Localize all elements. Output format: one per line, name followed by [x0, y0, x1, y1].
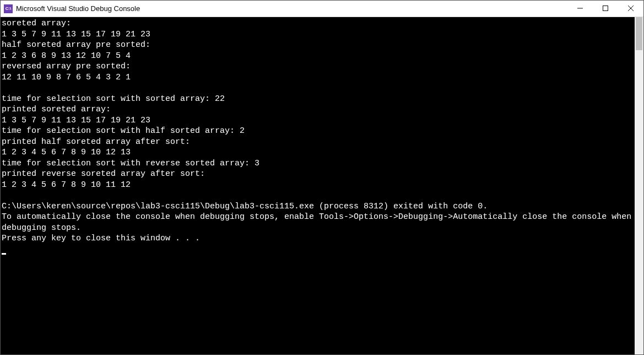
close-icon	[628, 4, 634, 13]
console-line: time for selection sort with reverse sor…	[2, 158, 635, 169]
console-line: printed reverse soreted array after sort…	[2, 169, 635, 180]
titlebar[interactable]: C:\ Microsoft Visual Studio Debug Consol…	[1, 1, 643, 17]
console-line: soreted array:	[2, 18, 635, 29]
console-line: 1 2 3 4 5 6 7 8 9 10 12 13	[2, 147, 635, 158]
console-line: half soreted array pre sorted:	[2, 40, 635, 51]
console-line: 1 2 3 6 8 9 13 12 10 7 5 4	[2, 51, 635, 62]
window-controls	[567, 1, 643, 17]
minimize-button[interactable]	[567, 1, 593, 17]
console-line: printed soreted array:	[2, 104, 635, 115]
console-line	[2, 83, 635, 94]
vertical-scrollbar[interactable]	[635, 17, 643, 354]
maximize-button[interactable]	[593, 1, 618, 17]
window-title: Microsoft Visual Studio Debug Console	[16, 4, 567, 13]
window-frame: C:\ Microsoft Visual Studio Debug Consol…	[0, 0, 644, 355]
console-line: time for selection sort with half sorted…	[2, 126, 635, 137]
console-line	[2, 190, 635, 201]
svg-rect-1	[603, 6, 608, 11]
close-button[interactable]	[618, 1, 643, 17]
console-line: reversed array pre sorted:	[2, 61, 635, 72]
console-line: printed half soreted array after sort:	[2, 137, 635, 148]
console-line: 1 2 3 4 5 6 7 8 9 10 11 12	[2, 180, 635, 191]
console-output[interactable]: soreted array:1 3 5 7 9 11 13 15 17 19 2…	[1, 17, 635, 354]
console-area: soreted array:1 3 5 7 9 11 13 15 17 19 2…	[1, 17, 643, 354]
app-icon: C:\	[4, 4, 13, 13]
console-line: 1 3 5 7 9 11 13 15 17 19 21 23	[2, 29, 635, 40]
maximize-icon	[603, 4, 608, 13]
console-line: 12 11 10 9 8 7 6 5 4 3 2 1	[2, 72, 635, 83]
console-cursor	[2, 253, 6, 255]
console-line: 1 3 5 7 9 11 13 15 17 19 21 23	[2, 115, 635, 126]
console-line: Press any key to close this window . . .	[2, 233, 635, 244]
minimize-icon	[577, 4, 583, 13]
console-line: time for selection sort with sorted arra…	[2, 94, 635, 105]
console-line: To automatically close the console when …	[2, 212, 635, 233]
console-line: C:\Users\keren\source\repos\lab3-csci115…	[2, 201, 635, 212]
scrollbar-thumb[interactable]	[636, 17, 642, 50]
cursor-line	[2, 244, 635, 255]
